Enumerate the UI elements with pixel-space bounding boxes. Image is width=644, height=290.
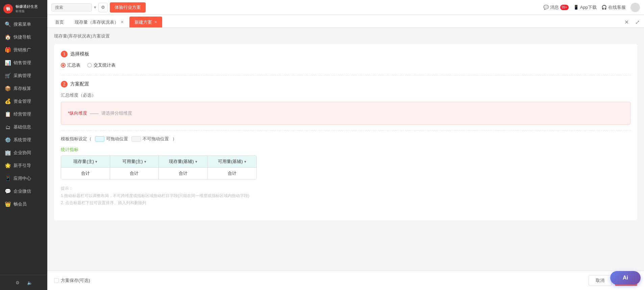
settings-card: 1 选择模板 汇总表 交叉统计表 2 [54,44,637,220]
chevron-down-icon-0[interactable]: ▾ [95,160,97,164]
topbar-right: 💬 消息 99+ 📱 App下载 🎧 在线客服 [543,3,640,12]
sidebar-item-wechat[interactable]: 💬 企业微信 [0,185,47,198]
sidebar-item-label-basic-info: 基础信息 [14,124,31,130]
sidebar-item-purchase[interactable]: 🛒 采购管理 [0,69,47,82]
radio-cross[interactable]: 交叉统计表 [87,62,116,68]
headset-icon: 🎧 [601,5,607,10]
sidebar-item-label-purchase: 采购管理 [14,73,31,79]
tip2: 2. 点击标题栏下拉可设置排序、插入列和删除列 [61,199,630,207]
basic-info-icon: 🗂 [5,124,11,130]
finance-icon: 💰 [5,98,11,104]
search-input[interactable] [51,3,92,11]
tab-new-scheme[interactable]: 新建方案 ✕ [129,17,162,27]
customer-service-item[interactable]: 🎧 在线客服 [601,4,626,10]
sidebar-item-enterprise[interactable]: 🏢 企业协同 [0,146,47,159]
sidebar-item-label-operations: 经营管理 [14,111,31,117]
settings-btn[interactable]: ⚙ [12,278,23,287]
metrics-table-body: 合计合计合计合计 [61,167,256,179]
template-radio-group: 汇总表 交叉统计表 [61,62,630,68]
chevron-down-icon-2[interactable]: ▾ [195,160,197,164]
draggable-chip [95,136,104,142]
enterprise-icon: 🏢 [5,150,11,156]
tab-home[interactable]: 首页 [50,17,69,27]
app-center-icon: 📱 [5,175,11,182]
sidebar-item-app-center[interactable]: 📱 应用中心 [0,172,47,185]
message-icon: 💬 [543,5,549,10]
indicator-close: ） [172,136,177,142]
radio-summary-label: 汇总表 [67,62,80,68]
sidebar-item-sales[interactable]: 📊 销售管理 [0,56,47,69]
avatar[interactable] [630,3,640,12]
sidebar-item-label-app-center: 应用中心 [14,175,31,182]
sidebar-item-label-enterprise: 企业协同 [14,150,31,156]
chevron-down-icon-3[interactable]: ▾ [244,160,246,164]
dim-placeholder: 请选择分组维度 [101,110,132,116]
section-config: 2 方案配置 汇总维度（必选） *纵向维度 —— 请选择分组维度 模板指标设定（… [61,81,630,207]
sidebar-item-label-marketing: 营销推广 [14,47,31,53]
phone-icon: 📱 [573,5,579,10]
gear-icon[interactable]: ⚙ [98,3,108,12]
sidebar-item-finance[interactable]: 💰 资金管理 [0,95,47,108]
tab-new-scheme-close[interactable]: ✕ [154,20,157,24]
operations-icon: 📋 [5,111,11,117]
section1-header: 1 选择模板 [61,51,630,57]
metrics-header-cell-0[interactable]: 现存量(主) ▾ [61,156,110,167]
app-download-label: App下载 [580,4,597,10]
metrics-header-cell-1[interactable]: 可用量(主) ▾ [110,156,159,167]
cancel-button[interactable]: 取消 [589,275,612,286]
purchase-icon: 🛒 [5,73,11,79]
page-title: 现存量(库存状况表)方案设置 [54,33,637,39]
marketing-icon: 🎁 [5,47,11,53]
metrics-header-label-2: 现存量(基辅) [169,159,194,165]
ai-fab-button[interactable]: Ai [610,271,641,285]
metrics-header-label-0: 现存量(主) [73,159,94,165]
tips-section: 提示： 1.拖动标题栏可以调整布局，不可跨维度或指标区域拖动栏目字段(只能在同一… [61,185,630,207]
sidebar-item-search-menu[interactable]: 🔍 搜索菜单 [0,18,47,31]
sidebar-item-system[interactable]: ⚙️ 系统管理 [0,134,47,146]
section1-number: 1 [61,51,68,57]
indicator-label: 模板指标设定（ [61,136,92,142]
radio-summary[interactable]: 汇总表 [61,62,80,68]
app-download-item[interactable]: 📱 App下载 [573,4,597,10]
sidebar-nav: 🔍 搜索菜单 🏠 快捷导航 🎁 营销推广 📊 销售管理 🛒 采购管理 📦 库存核… [0,18,47,275]
metrics-header-cell-3[interactable]: 可用量(基辅) ▾ [208,156,257,167]
sidebar-item-label-inventory: 库存核算 [14,86,31,92]
sidebar-item-basic-info[interactable]: 🗂 基础信息 [0,121,47,134]
sidebar-item-label-newbie: 新手引导 [14,163,31,169]
metrics-header-label-3: 可用量(基辅) [218,159,243,165]
tab-inventory-status-close[interactable]: ✕ [121,20,124,24]
sound-btn[interactable]: 🔈 [24,278,35,287]
close-panel-button[interactable]: ✕ [622,18,630,26]
sidebar-item-operations[interactable]: 📋 经营管理 [0,108,47,121]
sidebar-item-marketing[interactable]: 🎁 营销推广 [0,44,47,56]
trial-industry-button[interactable]: 体验行业方案 [110,2,146,13]
search-menu-icon: 🔍 [5,21,11,27]
sidebar-item-member[interactable]: 👑 畅会员 [0,198,47,211]
metrics-header-cell-2[interactable]: 现存量(基辅) ▾ [159,156,208,167]
metrics-body-cell-0: 合计 [61,168,110,179]
sidebar-item-newbie[interactable]: 🌟 新手引导 [0,159,47,172]
stats-label: 统计指标 [61,147,630,153]
system-icon: ⚙️ [5,137,11,143]
ai-fab-label: Ai [623,275,628,281]
message-item[interactable]: 💬 消息 99+ [543,4,569,10]
tab-inventory-status[interactable]: 现存量（库存状况表） ✕ [70,17,129,27]
save-option[interactable]: 方案保存(可选) [54,277,90,284]
non-draggable-chip [131,136,141,142]
logo-area: 畅 畅赚通好生意 标准版 [0,0,47,18]
sidebar-item-inventory[interactable]: 📦 库存核算 [0,82,47,95]
chevron-down-icon-1[interactable]: ▾ [144,160,146,164]
main-area: ▾ ⚙ 体验行业方案 💬 消息 99+ 📱 App下载 🎧 在线客服 首页 [47,0,644,290]
sidebar-item-quick-nav[interactable]: 🏠 快捷导航 [0,31,47,44]
chevron-down-icon[interactable]: ▾ [94,5,96,10]
section2-title: 方案配置 [70,81,89,87]
newbie-icon: 🌟 [5,163,11,169]
sidebar-item-label-quick-nav: 快捷导航 [14,34,31,40]
customer-service-label: 在线客服 [608,4,626,10]
metrics-body-cell-2: 合计 [159,168,208,179]
tab-home-label: 首页 [55,19,64,25]
save-checkbox[interactable] [54,278,59,283]
expand-panel-button[interactable]: ⤢ [633,18,641,26]
metrics-body-cell-1: 合计 [110,168,159,179]
divider-1 [61,75,630,75]
